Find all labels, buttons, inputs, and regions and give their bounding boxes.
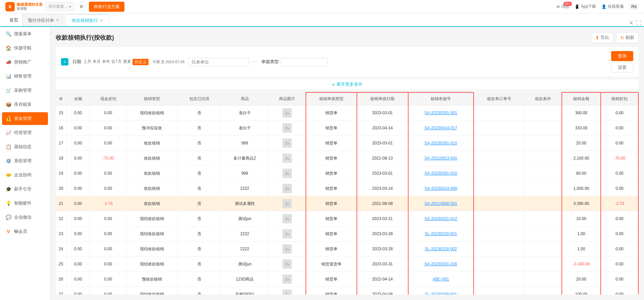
service-button[interactable]: 👤 在线客服	[601, 4, 624, 9]
tab-home[interactable]: 首页	[5, 14, 22, 26]
svg-rect-4	[284, 140, 290, 146]
tab-prepay[interactable]: 预付冲应付单 ✕	[22, 14, 65, 26]
voucher-type-label: 单据类型	[261, 59, 279, 65]
sidebar-item-guide[interactable]: 🎓 新手引导	[0, 182, 50, 196]
cell-verify-no[interactable]: SA-20230414-017	[408, 121, 474, 136]
phone-icon: 📱	[575, 4, 580, 9]
content-area: 收款核销执行(按收款) ⬆ 导出 ↻ 刷新 » 日期 上月 本月 本	[50, 27, 644, 300]
sidebar-item-inventory[interactable]: 📦 库存核算	[0, 97, 50, 112]
sidebar-item-quick-nav[interactable]: 🏠 快捷导航	[0, 41, 50, 55]
sidebar-item-operation[interactable]: 📈 经营管理	[0, 126, 50, 140]
sidebar-item-system[interactable]: ⚙️ 系统管理	[0, 154, 50, 168]
cell-goods-img	[269, 242, 306, 257]
cell-verify-voucher-type: 销货单	[306, 287, 357, 295]
cell-verify-no[interactable]: SL-20230408-001	[408, 287, 474, 295]
counterparty-dots[interactable]: ···	[251, 59, 257, 65]
cell-verify-no[interactable]: SA-20230331-026	[408, 257, 474, 272]
export-button[interactable]: ⬆ 导出	[591, 32, 613, 43]
gear-button[interactable]: ⚙	[77, 2, 86, 11]
sidebar: 🔍 搜索菜单 🏠 快捷导航 📣 营销推广 📊 销售管理 🛒 采购管理 📦 库存核…	[0, 27, 50, 300]
sidebar-item-member[interactable]: V 畅会员	[0, 224, 50, 239]
svg-point-5	[286, 142, 287, 143]
cell-verify-no[interactable]: SA-20210808-001	[408, 196, 474, 211]
cell-verify-discount: -2.76	[601, 196, 638, 211]
sidebar-item-basic[interactable]: 📋 基础信息	[0, 140, 50, 154]
store-selector[interactable]: 演示账套... ▾	[45, 2, 74, 11]
cell-verify-no[interactable]: SA-20230321-012	[408, 211, 474, 226]
col-settings[interactable]: ⚙	[56, 92, 66, 105]
col-receipt-condition: 收款条件	[525, 92, 562, 105]
message-button[interactable]: ✉ 消息 99+	[556, 4, 569, 9]
sidebar-label-operation: 经营管理	[14, 130, 32, 136]
date-custom[interactable]: 自定义	[132, 59, 149, 65]
expand-more-bar[interactable]: ∨ 展开更多条件	[56, 79, 639, 89]
svg-point-11	[286, 187, 287, 188]
cell-verify-no[interactable]: SL-20230328-001	[408, 226, 474, 242]
col-verify-amount: 核销金额	[562, 92, 601, 105]
cell-verify-discount: 0.00	[601, 257, 638, 272]
cell-verify-voucher-type: 销货单	[306, 242, 357, 257]
cell-receipt-condition	[525, 272, 562, 287]
user-info[interactable]: Rit	[629, 3, 639, 10]
svg-rect-20	[284, 261, 290, 267]
svg-point-15	[286, 217, 287, 219]
expand-icon[interactable]: ⛶	[636, 20, 641, 26]
sidebar-item-sales[interactable]: 📊 销售管理	[0, 69, 50, 83]
cell-verify-no[interactable]: SA-20210813-001	[408, 151, 474, 166]
tab-verify-close[interactable]: ✕	[100, 18, 103, 23]
tab-verify[interactable]: 收款核销执行 ✕	[66, 14, 109, 26]
cell-verify-no[interactable]: ABC-001	[408, 272, 474, 287]
sidebar-item-wechat[interactable]: 💬 企业微信	[0, 210, 50, 224]
cell-receipt-order-no	[474, 211, 525, 226]
cell-balance: 0.00	[66, 226, 90, 242]
cell-include-settled: 否	[177, 136, 221, 151]
sidebar-item-corp[interactable]: 🤝 企业协同	[0, 168, 50, 182]
cell-verify-no[interactable]: SL-20230328-002	[408, 242, 474, 257]
date-this-year[interactable]: 本年	[102, 59, 110, 65]
query-button[interactable]: 查询	[611, 51, 633, 61]
cell-verify-no[interactable]: SA-20230301-010	[408, 136, 474, 151]
cell-cash-discount: 0.00	[90, 272, 126, 287]
cell-verify-no[interactable]: SA-20230301-001	[408, 105, 474, 121]
cell-receipt-order-no	[474, 226, 525, 242]
sidebar-item-purchase[interactable]: 🛒 采购管理	[0, 83, 50, 97]
date-last-month[interactable]: 上月	[83, 59, 91, 65]
sidebar-item-finance[interactable]: 💰 资金管理	[2, 112, 48, 125]
refresh-button[interactable]: ↻ 刷新	[616, 32, 639, 43]
goods-image	[282, 214, 292, 223]
cell-goods: 测试jun	[221, 211, 269, 226]
cell-receipt-condition	[525, 136, 562, 151]
industry-button[interactable]: 体验行业方案	[89, 2, 124, 12]
table-row: 17 0.00 0.00 收款核销 否 999 销货单 2023-03-01 S…	[56, 136, 638, 151]
cell-verify-date: 2023-03-28	[357, 226, 408, 242]
sidebar-label-inventory: 库存核算	[14, 101, 32, 108]
cell-receipt-condition	[525, 242, 562, 257]
sidebar-item-hardware[interactable]: 💡 智能硬件	[0, 196, 50, 210]
filter-settings-button[interactable]: 设置	[611, 62, 633, 73]
cell-goods: 999	[221, 136, 269, 151]
cell-balance: 0.00	[66, 242, 90, 257]
cell-receipt-order-no	[474, 272, 525, 287]
cell-include-settled: 否	[177, 196, 221, 211]
wechat-icon: 💬	[5, 214, 11, 220]
tab-prepay-close[interactable]: ✕	[56, 18, 59, 23]
close-all-icon[interactable]: ✕	[629, 20, 633, 26]
voucher-type-select[interactable]	[281, 58, 328, 66]
sidebar-item-search[interactable]: 🔍 搜索菜单	[0, 27, 50, 41]
date-this-month[interactable]: 本月	[93, 59, 101, 65]
cell-verify-no[interactable]: SA-20230314-008	[408, 181, 474, 196]
sidebar-item-marketing[interactable]: 📣 营销推广	[0, 55, 50, 69]
export-label: 导出	[600, 35, 609, 41]
cell-verify-amount: 100.00	[562, 287, 601, 295]
date-more[interactable]: 更多	[123, 59, 131, 65]
counterparty-input[interactable]	[189, 58, 249, 66]
sidebar-label-quick-nav: 快捷导航	[14, 45, 32, 51]
app-download-button[interactable]: 📱 App下载	[575, 4, 596, 9]
col-verify-date: 核销单据日期	[357, 92, 408, 105]
cell-balance: 0.00	[66, 196, 90, 211]
cell-verify-no[interactable]: SA-20230301-010	[408, 166, 474, 181]
search-icon: 🔍	[5, 31, 11, 37]
cell-verify-amount: 3,390.00	[562, 196, 601, 211]
filter-expand-button[interactable]: »	[61, 58, 68, 66]
date-last-7days[interactable]: 近7天	[111, 59, 122, 65]
